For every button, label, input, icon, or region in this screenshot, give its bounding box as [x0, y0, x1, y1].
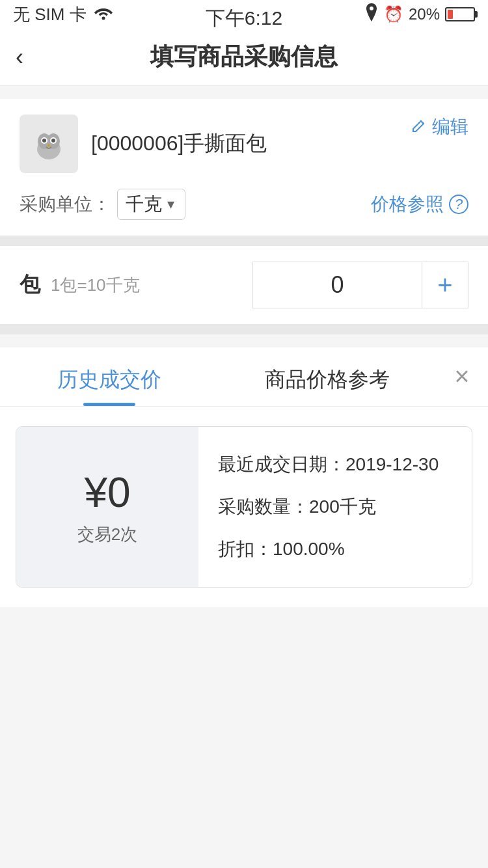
status-left: 无 SIM 卡 — [13, 3, 114, 26]
price-card-container: ¥0 交易2次 最近成交日期：2019-12-30 采购数量：200千克 折扣：… — [0, 407, 488, 607]
price-card-left: ¥0 交易2次 — [16, 427, 198, 587]
quantity-controls: 0 + — [252, 262, 468, 308]
divider-bar — [0, 236, 488, 246]
tab-history-price[interactable]: 历史成交价 — [0, 353, 218, 406]
svg-point-6 — [42, 139, 46, 142]
purchase-quantity-row: 采购数量：200千克 — [218, 493, 452, 522]
quantity-input[interactable]: 0 — [252, 262, 422, 308]
discount-row: 折扣：100.00% — [218, 535, 452, 564]
quantity-row: 包 1包=10千克 0 + — [0, 246, 488, 324]
product-header: [0000006]手撕面包 编辑 — [20, 115, 468, 173]
purchase-quantity-value: 200千克 — [309, 496, 376, 517]
product-unit-row: 采购单位： 千克 ▾ 价格参照 ? — [20, 189, 468, 220]
price-amount: 0 — [107, 469, 131, 516]
unit-label: 采购单位： — [20, 192, 111, 217]
price-card: ¥0 交易2次 最近成交日期：2019-12-30 采购数量：200千克 折扣：… — [16, 426, 472, 588]
currency-symbol: ¥ — [84, 469, 107, 516]
svg-point-7 — [51, 139, 55, 142]
quantity-unit: 包 1包=10千克 — [20, 271, 140, 299]
purchase-quantity-label: 采购数量： — [218, 496, 309, 517]
product-left: [0000006]手撕面包 — [20, 115, 267, 173]
unit-select[interactable]: 千克 ▾ — [117, 189, 185, 220]
recent-date-row: 最近成交日期：2019-12-30 — [218, 450, 452, 480]
back-button[interactable]: ‹ — [16, 44, 23, 71]
page-title: 填写商品采购信息 — [150, 41, 338, 73]
battery-percent: 20% — [409, 5, 440, 23]
price-ref-button[interactable]: 价格参照 ? — [371, 192, 468, 217]
info-icon: ? — [449, 195, 468, 214]
discount-value: 100.00% — [273, 539, 345, 559]
status-right: ⏰ 20% — [364, 3, 475, 25]
product-unit-left: 采购单位： 千克 ▾ — [20, 189, 185, 220]
discount-label: 折扣： — [218, 539, 273, 559]
tab-row: 历史成交价 商品价格参考 × — [0, 347, 488, 407]
price-ref-label: 价格参照 — [371, 192, 444, 217]
unit-value: 千克 — [126, 192, 162, 217]
price-card-amount: ¥0 — [84, 468, 130, 517]
product-name: [0000006]手撕面包 — [91, 129, 267, 158]
quantity-conversion: 1包=10千克 — [51, 274, 140, 297]
recent-date-value: 2019-12-30 — [346, 454, 439, 474]
product-image — [20, 115, 78, 173]
product-card: [0000006]手撕面包 编辑 采购单位： 千克 ▾ 价格参照 ? — [0, 99, 488, 236]
status-bar: 无 SIM 卡 下午6:12 ⏰ 20% — [0, 0, 488, 29]
alarm-icon: ⏰ — [384, 5, 403, 23]
edit-button[interactable]: 编辑 — [411, 115, 468, 139]
product-owl-icon — [26, 121, 72, 167]
divider-bar-2 — [0, 324, 488, 334]
recent-date-label: 最近成交日期： — [218, 454, 346, 474]
nav-bar: ‹ 填写商品采购信息 — [0, 29, 488, 86]
svg-point-0 — [102, 16, 105, 20]
price-card-right: 最近成交日期：2019-12-30 采购数量：200千克 折扣：100.00% — [198, 427, 472, 587]
carrier-text: 无 SIM 卡 — [13, 3, 87, 26]
quantity-plus-button[interactable]: + — [422, 262, 468, 308]
status-time: 下午6:12 — [206, 5, 282, 32]
tab-product-price-ref[interactable]: 商品价格参考 — [218, 353, 436, 406]
wifi-icon — [93, 5, 114, 25]
battery-icon — [445, 7, 475, 21]
bottom-panel: 历史成交价 商品价格参考 × ¥0 交易2次 最近成交日期：2019-12-30… — [0, 347, 488, 607]
chevron-down-icon: ▾ — [167, 196, 174, 213]
price-card-trades: 交易2次 — [77, 523, 137, 546]
location-icon — [364, 3, 379, 25]
tab-close-button[interactable]: × — [436, 362, 488, 398]
quantity-unit-badge: 包 — [20, 271, 40, 299]
